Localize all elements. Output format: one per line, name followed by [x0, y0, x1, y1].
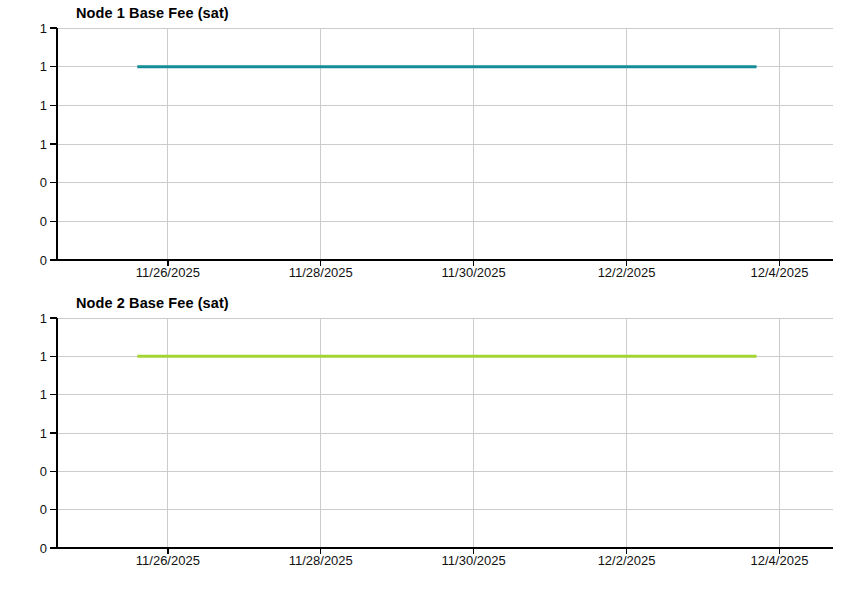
x-tick-label: 11/26/2025: [136, 265, 200, 280]
y-tick-label: 0: [40, 502, 47, 517]
y-tick-label: 0: [40, 175, 47, 190]
y-tick-label: 1: [40, 311, 47, 326]
base-fee-charts-page: 11/26/202511/28/202511/30/202512/2/20251…: [0, 0, 860, 600]
chart-node2-plot: 11/26/202511/28/202511/30/202512/2/20251…: [0, 290, 860, 600]
x-tick-label: 12/2/2025: [598, 553, 656, 568]
y-tick-label: 1: [40, 387, 47, 402]
y-tick-label: 0: [40, 541, 47, 556]
chart-title-node1: Node 1 Base Fee (sat): [76, 5, 229, 21]
x-tick-label: 11/30/2025: [442, 553, 506, 568]
y-tick-label: 1: [40, 349, 47, 364]
x-tick-label: 12/4/2025: [751, 553, 809, 568]
y-tick-label: 0: [40, 253, 47, 268]
chart-title-node2: Node 2 Base Fee (sat): [76, 295, 229, 311]
x-tick-label: 11/26/2025: [136, 553, 200, 568]
y-tick-label: 0: [40, 464, 47, 479]
y-tick-label: 1: [40, 21, 47, 36]
chart-node2-base-fee: 11/26/202511/28/202511/30/202512/2/20251…: [0, 290, 860, 600]
x-tick-label: 11/30/2025: [442, 265, 506, 280]
y-tick-label: 1: [40, 137, 47, 152]
x-tick-label: 12/4/2025: [751, 265, 809, 280]
y-tick-label: 1: [40, 426, 47, 441]
x-tick-label: 11/28/2025: [289, 553, 353, 568]
x-tick-label: 11/28/2025: [289, 265, 353, 280]
y-tick-label: 0: [40, 214, 47, 229]
y-tick-label: 1: [40, 98, 47, 113]
y-tick-label: 1: [40, 59, 47, 74]
chart-node1-base-fee: 11/26/202511/28/202511/30/202512/2/20251…: [0, 0, 860, 290]
chart-node1-plot: 11/26/202511/28/202511/30/202512/2/20251…: [0, 0, 860, 290]
x-tick-label: 12/2/2025: [598, 265, 656, 280]
